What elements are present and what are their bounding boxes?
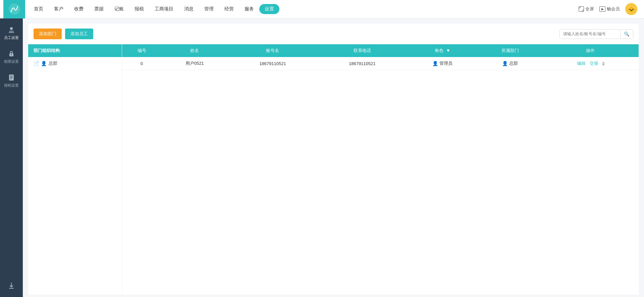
- tax-icon: [7, 73, 15, 82]
- scroll-up-icon[interactable]: [602, 62, 605, 63]
- nav-item-message[interactable]: 消息: [179, 4, 199, 14]
- dept-tree-item-general[interactable]: 📄 👤 总部: [28, 57, 122, 70]
- cell-dept: 👤 总部: [478, 57, 542, 70]
- cell-account: 18679110521: [228, 57, 317, 70]
- table-row: 0 用户0521 18679110521 18679110521 👤 管理员 👤…: [122, 57, 639, 70]
- svg-rect-8: [10, 76, 13, 77]
- download-icon: [7, 282, 15, 290]
- dept-tree-header: 部门组织结构: [28, 44, 122, 57]
- search-icon: 🔍: [624, 32, 630, 37]
- svg-point-2: [10, 27, 13, 30]
- cell-name: 用户0521: [161, 57, 228, 70]
- sidebar-item-employee[interactable]: 员工设置: [0, 22, 23, 44]
- svg-rect-11: [9, 288, 14, 289]
- nav-item-accounting[interactable]: 记账: [109, 4, 129, 14]
- sidebar-download-button[interactable]: [0, 278, 23, 294]
- table-header: 编号 姓名 账号名 联系电话 角色 ▼ 所属部门 操作: [122, 44, 639, 57]
- sidebar: 员工设置 权限设置 报税设置: [0, 18, 23, 297]
- filter-icon[interactable]: ▼: [446, 48, 450, 53]
- fullscreen-button[interactable]: 全屏: [579, 6, 594, 12]
- cell-phone: 18679110521: [317, 57, 407, 70]
- nav-item-home[interactable]: 首页: [29, 4, 49, 14]
- add-employee-button[interactable]: 添加员工: [65, 29, 93, 39]
- main-content: 添加部门 添加员工 🔍 部门组织结构 📄 👤 总部: [23, 18, 644, 297]
- sidebar-item-permission[interactable]: 权限设置: [0, 46, 23, 68]
- nav-items: 首页 客户 收费 票据 记账 报税 工商项目 消息 管理 经营 服务 设置: [25, 4, 579, 14]
- fullscreen-icon: [579, 6, 584, 12]
- content-area: 添加部门 添加员工 🔍 部门组织结构 📄 👤 总部: [28, 24, 639, 295]
- col-phone: 联系电话: [317, 44, 407, 57]
- person-settings-icon: [7, 26, 15, 34]
- add-dept-button[interactable]: 添加部门: [34, 29, 62, 39]
- svg-point-6: [11, 54, 12, 55]
- sidebar-bottom: [0, 278, 23, 297]
- cell-actions: 编辑 交接: [542, 57, 639, 70]
- col-id: 编号: [122, 44, 161, 57]
- nav-item-invoice[interactable]: 票据: [89, 4, 109, 14]
- cell-role: 👤 管理员: [407, 57, 478, 70]
- svg-rect-10: [10, 79, 12, 79]
- employee-table: 编号 姓名 账号名 联系电话 角色 ▼ 所属部门 操作: [122, 44, 639, 70]
- lock-icon: [7, 50, 15, 58]
- avatar[interactable]: 🐱: [625, 3, 637, 15]
- nav-item-customer[interactable]: 客户: [49, 4, 69, 14]
- vip-label: 畅会员: [607, 6, 620, 12]
- employee-table-area: 编号 姓名 账号名 联系电话 角色 ▼ 所属部门 操作: [122, 44, 639, 295]
- svg-rect-4: [9, 32, 14, 33]
- nav-item-tax[interactable]: 报税: [129, 4, 149, 14]
- col-name: 姓名: [161, 44, 228, 57]
- col-role: 角色 ▼: [407, 44, 478, 57]
- top-navigation: 首页 客户 收费 票据 记账 报税 工商项目 消息 管理 经营 服务 设置 全屏…: [0, 0, 644, 18]
- sidebar-employee-label: 员工设置: [4, 35, 19, 40]
- svg-point-1: [10, 11, 12, 12]
- search-input[interactable]: [560, 30, 620, 38]
- transfer-link[interactable]: 交接: [590, 61, 598, 66]
- nav-item-operation[interactable]: 经营: [219, 4, 239, 14]
- svg-rect-9: [10, 77, 13, 78]
- cell-id: 0: [122, 57, 161, 70]
- search-box: 🔍: [559, 29, 633, 39]
- two-col-layout: 部门组织结构 📄 👤 总部 编号 姓名 账号名: [28, 44, 639, 295]
- fullscreen-label: 全屏: [585, 6, 594, 12]
- dept-name: 总部: [49, 60, 57, 66]
- role-name: 管理员: [439, 60, 452, 66]
- search-button[interactable]: 🔍: [620, 30, 633, 39]
- col-account: 账号名: [228, 44, 317, 57]
- nav-item-business[interactable]: 工商项目: [149, 4, 179, 14]
- main-layout: 员工设置 权限设置 报税设置: [0, 18, 644, 297]
- nav-item-manage[interactable]: 管理: [199, 4, 219, 14]
- sidebar-permission-label: 权限设置: [4, 59, 19, 64]
- role-user-icon: 👤: [432, 61, 438, 66]
- vip-icon: ▶: [599, 6, 605, 12]
- sidebar-tax-label: 报税设置: [4, 83, 19, 88]
- scroll-down-icon[interactable]: [602, 64, 605, 66]
- user-icon-small: 👤: [41, 61, 47, 66]
- edit-link[interactable]: 编辑: [577, 61, 586, 66]
- dept-tree: 部门组织结构 📄 👤 总部: [28, 44, 122, 295]
- nav-right: 全屏 ▶ 畅会员 🐱: [579, 3, 637, 15]
- dept-user-icon: 👤: [502, 61, 508, 66]
- toolbar: 添加部门 添加员工 🔍: [28, 24, 639, 44]
- table-body: 0 用户0521 18679110521 18679110521 👤 管理员 👤…: [122, 57, 639, 70]
- col-dept: 所属部门: [478, 44, 542, 57]
- file-icon: 📄: [34, 61, 39, 66]
- nav-item-settings[interactable]: 设置: [259, 4, 279, 14]
- svg-rect-3: [9, 31, 14, 32]
- logo: [3, 0, 25, 18]
- dept-name-cell: 总部: [509, 60, 518, 66]
- sidebar-item-tax-settings[interactable]: 报税设置: [0, 69, 23, 92]
- vip-button[interactable]: ▶ 畅会员: [599, 6, 620, 12]
- nav-item-fee[interactable]: 收费: [69, 4, 89, 14]
- nav-item-service[interactable]: 服务: [239, 4, 259, 14]
- col-actions: 操作: [542, 44, 639, 57]
